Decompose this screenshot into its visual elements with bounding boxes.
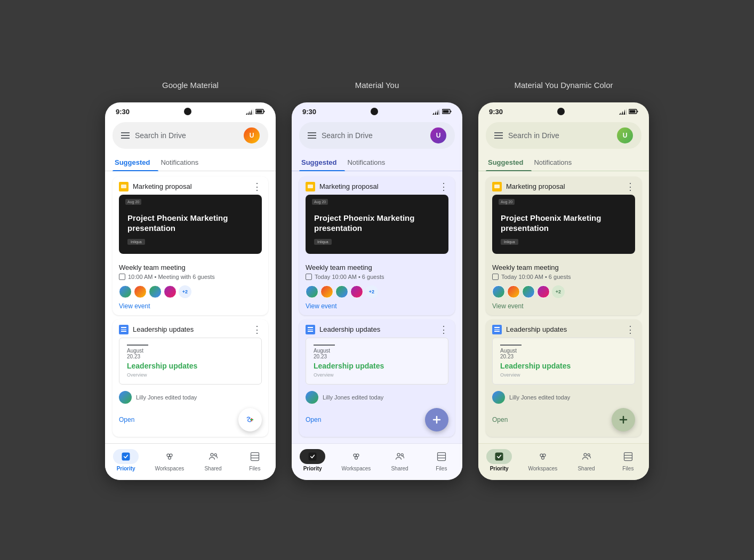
battery-icon-3 (629, 109, 638, 114)
nav-workspaces-3[interactable]: Workspaces (528, 449, 557, 471)
signal-icon-3 (619, 108, 627, 115)
svg-marker-0 (246, 113, 247, 115)
material-you-phone: 9:30 (292, 102, 462, 480)
nav-priority-icon-container-2 (300, 449, 325, 464)
nav-priority-1[interactable]: Priority (113, 449, 139, 471)
fab-3[interactable] (612, 408, 635, 431)
nav-workspaces-2[interactable]: Workspaces (341, 449, 371, 471)
svg-marker-19 (432, 113, 434, 115)
nav-shared-1[interactable]: Shared (200, 449, 226, 471)
fab-1[interactable] (238, 408, 262, 431)
presentation-thumb-1[interactable]: Aug 20 Project Phoenix Marketing present… (119, 195, 262, 254)
card-marketing-1: Marketing proposal ⋮ Aug 20 Project Phoe… (113, 177, 268, 315)
presentation-thumb-2[interactable]: Aug 20 Project Phoenix Marketing present… (306, 195, 448, 254)
tab-notifications-1[interactable]: Notifications (158, 154, 207, 171)
google-plus-icon-1 (245, 414, 255, 425)
shared-icon-1 (208, 451, 219, 462)
status-bar-3: 9:30 (478, 102, 649, 119)
thumb-label-1: Aug 20 (125, 199, 141, 205)
card-marketing-2: Marketing proposal ⋮ Aug 20 Project Phoe… (299, 177, 455, 315)
open-link-3[interactable]: Open (492, 416, 508, 423)
mini-avatar-3d (537, 285, 550, 298)
card-header-1b: Marketing proposal ⋮ (299, 177, 455, 195)
doc-title-2: Leadership updates (314, 362, 440, 370)
nav-workspaces-icon-container-1 (157, 449, 182, 464)
nav-workspaces-label-2: Workspaces (341, 466, 371, 471)
nav-files-label-1: Files (249, 466, 260, 471)
three-dot-2b[interactable]: ⋮ (439, 325, 448, 334)
svg-point-31 (355, 457, 357, 459)
meeting-time-text-1: 10:00 AM • Meeting with 6 guests (128, 274, 215, 280)
three-dot-1[interactable]: ⋮ (252, 182, 262, 191)
svg-point-49 (541, 457, 544, 459)
nav-shared-3[interactable]: Shared (574, 449, 599, 471)
doc-thumb-1[interactable]: August 20.23 Leadership updates Overview (119, 338, 262, 385)
svg-rect-24 (443, 110, 449, 113)
avatars-row-1: +2 (113, 282, 268, 300)
search-bar-2[interactable]: Search in Drive U (299, 122, 455, 149)
presentation-badge-2: Inliqua (314, 239, 332, 245)
tab-suggested-2[interactable]: Suggested (299, 154, 345, 171)
tab-suggested-3[interactable]: Suggested (486, 154, 532, 171)
nav-workspaces-icon-container-2 (343, 449, 369, 464)
nav-shared-2[interactable]: Shared (387, 449, 413, 471)
nav-priority-3[interactable]: Priority (486, 449, 512, 471)
svg-rect-42 (630, 110, 636, 113)
nav-files-2[interactable]: Files (429, 449, 454, 471)
open-link-1[interactable]: Open (119, 416, 134, 423)
google-material-phone: 9:30 (105, 102, 276, 480)
search-bar-1[interactable]: Search in Drive U (113, 122, 268, 149)
mini-avatar-2b (320, 285, 333, 298)
svg-rect-5 (256, 110, 262, 113)
camera-notch-2 (371, 108, 378, 115)
card-header-1c: Marketing proposal ⋮ (486, 177, 641, 195)
status-icons-1 (246, 108, 265, 115)
doc-thumb-3[interactable]: August 20.23 Leadership updates Overview (492, 338, 635, 385)
thumb-label-2: Aug 20 (312, 199, 328, 205)
nav-workspaces-1[interactable]: Workspaces (155, 449, 184, 471)
view-event-link-3[interactable]: View event (486, 300, 641, 315)
presentation-title-3: Project Phoenix Marketing presentation (501, 213, 627, 234)
shared-icon-3 (581, 451, 592, 462)
presentation-thumb-3[interactable]: Aug 20 Project Phoenix Marketing present… (492, 195, 635, 254)
mini-avatar-1a (119, 285, 132, 298)
mini-avatar-1b (134, 285, 147, 298)
view-event-link-1[interactable]: View event (113, 300, 268, 315)
svg-marker-22 (439, 108, 440, 115)
tab-notifications-3[interactable]: Notifications (532, 154, 580, 171)
three-dot-1c[interactable]: ⋮ (625, 182, 635, 191)
plus-icon-2 (431, 414, 442, 425)
doc-subtitle-3: Overview (500, 372, 627, 378)
presentation-title-1: Project Phoenix Marketing presentation (127, 213, 253, 234)
view-event-link-2[interactable]: View event (299, 300, 455, 315)
three-dot-2a[interactable]: ⋮ (252, 325, 262, 334)
doc-thumb-2[interactable]: August 20.23 Leadership updates Overview (306, 338, 448, 385)
presentation-title-2: Project Phoenix Marketing presentation (314, 213, 440, 234)
three-dot-1b[interactable]: ⋮ (439, 182, 448, 191)
nav-priority-2[interactable]: Priority (300, 449, 325, 471)
nav-files-1[interactable]: Files (242, 449, 268, 471)
open-link-2[interactable]: Open (306, 416, 321, 423)
nav-files-3[interactable]: Files (615, 449, 641, 471)
status-time-2: 9:30 (302, 108, 316, 116)
search-bar-3[interactable]: Search in Drive U (486, 122, 641, 149)
meeting-section-1: Weekly team meeting 10:00 AM • Meeting w… (113, 259, 268, 282)
user-avatar-3[interactable]: U (617, 127, 633, 143)
fab-2[interactable] (425, 408, 448, 431)
shared-icon-2 (395, 451, 405, 462)
svg-point-32 (397, 453, 400, 456)
nav-shared-icon-container-3 (574, 449, 599, 464)
user-avatar-2[interactable]: U (430, 127, 446, 143)
nav-shared-label-3: Shared (577, 466, 595, 471)
docs-icon-3 (492, 325, 502, 334)
editor-row-3: Lilly Jones edited today (486, 388, 641, 408)
tabs-1: Suggested Notifications (105, 154, 276, 171)
user-avatar-1[interactable]: U (244, 127, 260, 143)
tab-suggested-1[interactable]: Suggested (113, 154, 158, 171)
avatar-more-3: +2 (552, 285, 565, 298)
svg-marker-37 (619, 113, 621, 115)
tab-notifications-2[interactable]: Notifications (345, 154, 394, 171)
svg-point-29 (354, 454, 356, 457)
three-dot-2c[interactable]: ⋮ (625, 325, 635, 334)
svg-marker-39 (623, 109, 625, 115)
